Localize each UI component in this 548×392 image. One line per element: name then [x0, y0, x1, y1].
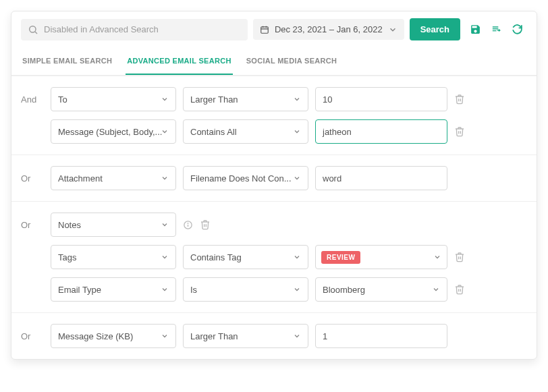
save-icon[interactable]	[470, 24, 481, 35]
rule-row: Tags Contains Tag REVIEW	[21, 245, 527, 269]
chevron-down-icon	[293, 285, 301, 293]
chevron-down-icon	[161, 174, 169, 182]
chevron-down-icon	[293, 128, 301, 136]
delete-rule-button[interactable]	[454, 94, 465, 105]
svg-line-1	[35, 32, 37, 34]
operator-select[interactable]: Larger Than	[183, 324, 308, 348]
search-placeholder-text: Disabled in Advanced Search	[44, 24, 159, 34]
rule-row: And To Larger Than 10	[21, 87, 527, 111]
chevron-down-icon	[293, 95, 301, 103]
search-input-disabled: Disabled in Advanced Search	[21, 19, 248, 40]
rule-row: Email Type Is Bloomberg	[21, 277, 527, 302]
operator-select[interactable]: Larger Than	[183, 87, 308, 111]
tab-social[interactable]: SOCIAL MEDIA SEARCH	[245, 47, 339, 75]
search-icon	[28, 24, 38, 35]
field-select[interactable]: Message Size (KB)	[51, 324, 176, 348]
value-input[interactable]: jatheon	[315, 119, 447, 144]
value-select[interactable]: Bloomberg	[315, 277, 447, 302]
rule-group-or: Or Notes Tags Contains Tag REVIEW	[11, 201, 537, 312]
calendar-icon	[260, 25, 269, 34]
delete-rule-button[interactable]	[454, 284, 465, 295]
delete-rule-button[interactable]	[454, 252, 465, 262]
field-select[interactable]: Tags	[51, 245, 176, 269]
operator-label: And	[21, 94, 44, 105]
svg-point-0	[30, 26, 36, 32]
chevron-down-icon	[293, 174, 301, 182]
rule-group-and: And To Larger Than 10 Message (Subject, …	[11, 76, 537, 155]
operator-label: Or	[21, 331, 44, 341]
date-range-picker[interactable]: Dec 23, 2021 – Jan 6, 2022	[253, 19, 404, 40]
tab-simple[interactable]: SIMPLE EMAIL SEARCH	[21, 47, 113, 75]
chevron-down-icon	[388, 25, 398, 34]
topbar: Disabled in Advanced Search Dec 23, 2021…	[11, 11, 537, 47]
operator-select[interactable]: Contains Tag	[183, 245, 308, 269]
rule-row: Or Notes	[21, 213, 527, 237]
rule-row: Or Message Size (KB) Larger Than 1	[21, 324, 527, 348]
tag-badge: REVIEW	[321, 251, 360, 264]
svg-rect-2	[261, 26, 269, 32]
chevron-down-icon	[161, 253, 169, 261]
field-select[interactable]: Message (Subject, Body,...	[51, 119, 176, 144]
tab-advanced[interactable]: ADVANCED EMAIL SEARCH	[126, 47, 232, 75]
operator-select[interactable]: Is	[183, 277, 308, 302]
advanced-search-panel: Disabled in Advanced Search Dec 23, 2021…	[11, 11, 537, 360]
search-tabs: SIMPLE EMAIL SEARCH ADVANCED EMAIL SEARC…	[11, 47, 537, 76]
chevron-down-icon	[433, 253, 441, 261]
search-button[interactable]: Search	[410, 18, 460, 40]
refresh-icon[interactable]	[512, 24, 523, 35]
rule-group-or: Or Message Size (KB) Larger Than 1	[11, 312, 537, 359]
chevron-down-icon	[293, 253, 301, 261]
field-select[interactable]: To	[51, 87, 176, 111]
chevron-down-icon	[161, 332, 169, 340]
field-select[interactable]: Attachment	[51, 166, 176, 190]
operator-label: Or	[21, 220, 44, 230]
chevron-down-icon	[161, 95, 169, 103]
value-input[interactable]: 10	[315, 87, 447, 111]
operator-select[interactable]: Filename Does Not Con...	[183, 166, 308, 190]
toolbar-icons	[466, 24, 527, 35]
svg-point-8	[188, 223, 188, 223]
field-select[interactable]: Email Type	[51, 277, 176, 302]
delete-rule-button[interactable]	[200, 219, 211, 230]
rule-row: Message (Subject, Body,... Contains All …	[21, 119, 527, 144]
chevron-down-icon	[161, 221, 169, 229]
operator-label: Or	[21, 173, 44, 184]
chevron-down-icon	[161, 285, 169, 293]
value-input[interactable]: 1	[315, 324, 447, 348]
rule-group-or: Or Attachment Filename Does Not Con... w…	[11, 155, 537, 201]
operator-select[interactable]: Contains All	[183, 119, 308, 144]
date-range-text: Dec 23, 2021 – Jan 6, 2022	[275, 24, 383, 34]
chevron-down-icon	[293, 332, 301, 340]
delete-rule-button[interactable]	[454, 126, 465, 137]
info-icon[interactable]	[183, 220, 193, 230]
field-select[interactable]: Notes	[51, 213, 176, 237]
value-input[interactable]: word	[315, 166, 447, 190]
value-tag-select[interactable]: REVIEW	[315, 245, 447, 269]
chevron-down-icon	[432, 285, 440, 293]
rule-row: Or Attachment Filename Does Not Con... w…	[21, 166, 527, 190]
export-icon[interactable]	[491, 24, 502, 35]
